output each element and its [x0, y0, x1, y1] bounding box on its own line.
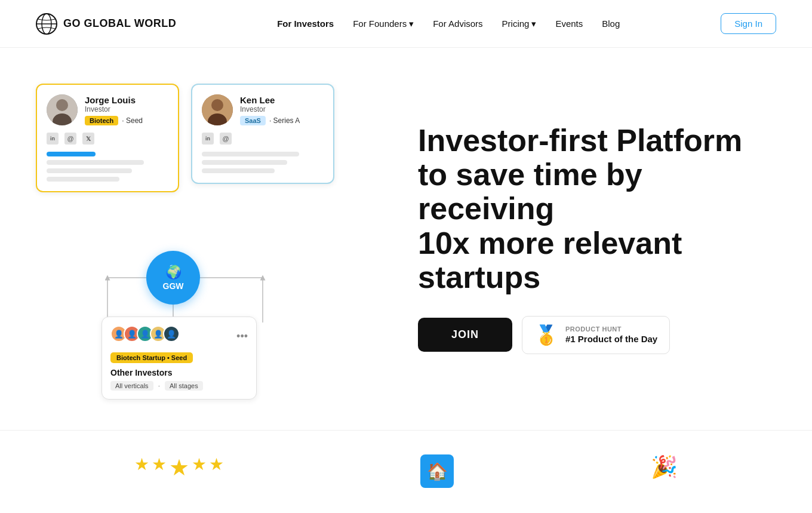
- ken-role: Investor: [240, 105, 300, 113]
- confetti-item: 🎉: [651, 454, 678, 488]
- more-dots: •••: [236, 330, 248, 343]
- globe-icon: 🌍: [165, 265, 182, 280]
- hero-text: Investor-first Platform to save time by …: [406, 124, 776, 354]
- bar-1: [47, 152, 96, 156]
- nav-for-advisors[interactable]: For Advisors: [433, 19, 482, 29]
- hero-illustration: Jorge Louis Investor Biotech · Seed in @…: [36, 84, 382, 394]
- tag-separator: ·: [158, 382, 160, 390]
- ken-name: Ken Lee: [240, 95, 300, 105]
- hero-section: Jorge Louis Investor Biotech · Seed in @…: [0, 48, 812, 418]
- jorge-stage: · Seed: [122, 116, 143, 125]
- startup-tag: Biotech Startup • Seed: [110, 352, 193, 363]
- ggw-label: GGW: [163, 281, 184, 291]
- sign-in-button[interactable]: Sign In: [721, 13, 776, 34]
- bar-3: [47, 168, 132, 173]
- bar-k1: [202, 152, 299, 156]
- star-rating: ★ ★ ★ ★ ★: [134, 454, 224, 481]
- confetti-icon: 🎉: [651, 454, 678, 480]
- linkedin-icon: in: [47, 133, 59, 145]
- stars-item: ★ ★ ★ ★ ★: [134, 454, 224, 488]
- star-3: ★: [169, 454, 189, 481]
- star-4: ★: [192, 454, 207, 481]
- ggw-node: 🌍 GGW: [146, 251, 200, 305]
- card-ken: Ken Lee Investor SaaS · Series A in @: [191, 84, 334, 184]
- nav-events[interactable]: Events: [555, 19, 583, 29]
- card-jorge: Jorge Louis Investor Biotech · Seed in @…: [36, 84, 179, 192]
- linkedin-icon-ken: in: [202, 133, 214, 145]
- ken-tag: SaaS: [240, 116, 266, 125]
- join-button[interactable]: JOIN: [418, 318, 512, 352]
- card-other-investors: 👤 👤 👤 👤 👤 ••• Biotech Startup • Seed Oth…: [102, 317, 257, 400]
- product-hunt-badge: 🥇 PRODUCT HUNT #1 Product of the Day: [522, 316, 670, 354]
- nav-for-founders[interactable]: For Founders ▾: [353, 19, 414, 29]
- nav-blog[interactable]: Blog: [602, 19, 620, 29]
- navbar: GO GLOBAL WORLD For Investors For Founde…: [0, 0, 812, 48]
- twitter-icon: 𝕏: [82, 133, 94, 145]
- jorge-tag: Biotech: [85, 116, 118, 125]
- nav-pricing[interactable]: Pricing ▾: [502, 19, 537, 29]
- jorge-name: Jorge Louis: [85, 95, 143, 105]
- logo-text: GO GLOBAL WORLD: [63, 17, 176, 30]
- svg-point-9: [56, 99, 68, 111]
- star-5: ★: [209, 454, 224, 481]
- star-1: ★: [134, 454, 149, 481]
- avatar-ken: [202, 94, 233, 125]
- other-avatars: 👤 👤 👤 👤 👤: [110, 325, 180, 342]
- house-icon-item: 🏠: [420, 454, 454, 488]
- bottom-strip: ★ ★ ★ ★ ★ 🏠 🎉: [0, 430, 812, 512]
- all-verticals-tag: All verticals: [110, 381, 153, 391]
- jorge-socials: in @ 𝕏: [47, 133, 168, 145]
- bar-4: [47, 177, 119, 182]
- ken-socials: in @: [202, 133, 324, 145]
- bar-2: [47, 160, 144, 165]
- avatar-jorge: [47, 94, 78, 125]
- star-2: ★: [152, 454, 167, 481]
- jorge-bars: [47, 152, 168, 182]
- email-icon: @: [64, 133, 76, 145]
- house-icon: 🏠: [420, 454, 454, 488]
- chevron-down-icon: ▾: [409, 19, 414, 29]
- ph-title: #1 Product of the Day: [565, 334, 657, 344]
- hero-headline: Investor-first Platform to save time by …: [418, 124, 776, 294]
- mini-avatar-5: 👤: [163, 325, 180, 342]
- ken-bars: [202, 152, 324, 173]
- other-investor-tags: All verticals · All stages: [110, 381, 248, 391]
- medal-icon: 🥇: [534, 324, 558, 346]
- email-icon-ken: @: [220, 133, 232, 145]
- logo[interactable]: GO GLOBAL WORLD: [36, 13, 176, 35]
- all-stages-tag: All stages: [165, 381, 203, 391]
- bar-k3: [202, 168, 275, 173]
- jorge-role: Investor: [85, 105, 143, 113]
- svg-point-12: [211, 99, 223, 111]
- nav-links: For Investors For Founders ▾ For Advisor…: [277, 19, 620, 29]
- ph-label: PRODUCT HUNT: [565, 325, 657, 333]
- hero-actions: JOIN 🥇 PRODUCT HUNT #1 Product of the Da…: [418, 316, 776, 354]
- nav-for-investors[interactable]: For Investors: [277, 19, 334, 29]
- chevron-down-icon: ▾: [531, 19, 536, 29]
- ken-stage: · Series A: [269, 116, 300, 125]
- other-investors-label: Other Investors: [110, 368, 248, 377]
- bar-k2: [202, 160, 287, 165]
- ph-text: PRODUCT HUNT #1 Product of the Day: [565, 325, 657, 344]
